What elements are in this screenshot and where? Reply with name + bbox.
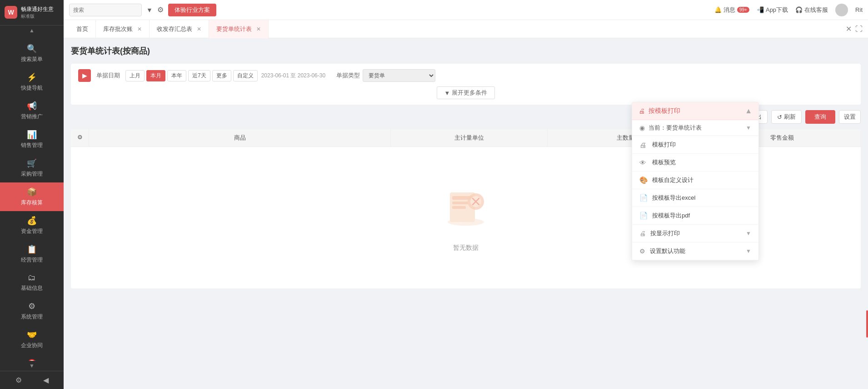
dropdown-item-label: 模板打印	[652, 141, 676, 149]
period-7days[interactable]: 近7天	[188, 70, 210, 81]
expand-icon: ▼	[444, 90, 450, 96]
svg-rect-4	[452, 206, 466, 209]
window-maximize-icon[interactable]: ⛶	[855, 25, 863, 33]
topbar: ▼ ⚙ 体验行业方案 🔔 消息 99+ 📲 App下载 🎧 在线客服 Rit	[64, 0, 868, 20]
th-settings[interactable]: ⚙	[71, 129, 89, 147]
current-template-text: 当前：要货单统计表	[649, 124, 742, 132]
tab-close-icon[interactable]: ✕	[137, 26, 142, 32]
dropdown-item-export-excel[interactable]: 📄 按模板导出excel	[632, 189, 758, 207]
display-print-left: 🖨 按显示打印	[639, 229, 680, 237]
user-avatar[interactable]	[835, 4, 848, 16]
topbar-settings-icon[interactable]: ⚙	[157, 5, 164, 14]
tab-home[interactable]: 首页	[69, 20, 96, 38]
export-excel-icon: 📄	[639, 194, 648, 202]
tab-close-active-icon[interactable]: ✕	[256, 26, 261, 32]
sidebar-scroll-down[interactable]: ▼	[0, 361, 64, 371]
period-this-year[interactable]: 本年	[167, 70, 186, 81]
online-service-button[interactable]: 🎧 在线客服	[795, 6, 828, 14]
sidebar-settings-icon[interactable]: ⚙	[15, 376, 22, 384]
filter-more-row: ▼ 展开更多条件	[78, 86, 853, 99]
sidebar-item-system[interactable]: ⚙ 系统管理	[0, 297, 64, 325]
dropdown-close-icon[interactable]: ▲	[745, 107, 752, 115]
filter-type-select: 单据类型 要货单	[336, 69, 435, 82]
sidebar-nav: 🔍 搜索菜单 ⚡ 快捷导航 📢 营销推广 📊 销售管理 🛒 采购管理 📦 库存核…	[0, 35, 64, 361]
sidebar-collapse-icon[interactable]: ◀	[43, 376, 49, 384]
filter-expand-button[interactable]: ▶	[78, 69, 91, 82]
period-custom[interactable]: 自定义	[233, 70, 258, 81]
refresh-label: 刷新	[784, 113, 796, 121]
sidebar-item-purchase[interactable]: 🛒 采购管理	[0, 154, 64, 182]
sidebar-item-newguide[interactable]: 🎯 新手引导	[0, 354, 64, 361]
dropdown-item-export-pdf[interactable]: 📄 按模板导出pdf	[632, 207, 758, 225]
default-settings-icon: ⚙	[639, 248, 645, 255]
th-product: 商品	[89, 129, 391, 147]
dropdown-default-settings[interactable]: ⚙ 设置默认功能 ▼	[632, 242, 758, 260]
tab-close-icon[interactable]: ✕	[197, 26, 201, 32]
sidebar: W 畅康通好生意 标准版 ▲ 🔍 搜索菜单 ⚡ 快捷导航 📢 营销推广 📊 销售…	[0, 0, 64, 389]
sidebar-item-marketing[interactable]: 📢 营销推广	[0, 96, 64, 125]
refresh-button[interactable]: ↺ 刷新	[771, 110, 802, 124]
tab-receipt-summary[interactable]: 收发存汇总表 ✕	[150, 20, 209, 38]
app-download-button[interactable]: 📲 App下载	[757, 6, 788, 14]
sidebar-item-label: 资金管理	[21, 227, 43, 235]
app-icon: 📲	[757, 6, 764, 13]
sidebar-item-basic[interactable]: 🗂 基础信息	[0, 268, 64, 297]
tab-label: 库存批次账	[103, 25, 133, 33]
empty-illustration	[439, 183, 493, 238]
experience-button[interactable]: 体验行业方案	[168, 4, 216, 16]
dropdown-item-template-design[interactable]: 🎨 模板自定义设计	[632, 172, 758, 189]
topbar-dropdown-icon[interactable]: ▼	[146, 6, 153, 14]
basic-icon: 🗂	[28, 273, 36, 283]
notice-button[interactable]: 🔔 消息 99+	[714, 6, 749, 14]
dropdown-print-icon: 🖨	[639, 107, 645, 115]
tab-home-label: 首页	[76, 25, 88, 33]
tabs-bar: 首页 库存批次账 ✕ 收发存汇总表 ✕ 要货单统计表 ✕ ✕ ⛶	[64, 20, 868, 38]
column-settings-button[interactable]: 设置	[839, 110, 861, 124]
print-dropdown-menu: 🖨 按模板打印 ▲ ◉ 当前：要货单统计表 ▼ 🖨 模板打印 👁 模板预览 🎨	[632, 102, 759, 261]
display-print-label: 按显示打印	[650, 229, 680, 237]
username-label: Rit	[855, 6, 863, 13]
period-this-month[interactable]: 本月	[146, 70, 165, 81]
tabs-right-controls: ✕ ⛶	[846, 25, 863, 33]
sidebar-item-enterprise[interactable]: 🤝 企业协同	[0, 325, 64, 354]
refresh-icon: ↺	[777, 114, 782, 121]
sidebar-item-inventory[interactable]: 📦 库存核算	[0, 182, 64, 211]
tab-label: 收发存汇总表	[157, 25, 192, 33]
scrollbar-track[interactable]	[865, 129, 868, 389]
template-print-icon: 🖨	[639, 141, 648, 149]
search-input[interactable]	[69, 4, 142, 16]
sidebar-item-finance[interactable]: 💰 资金管理	[0, 211, 64, 240]
dropdown-display-print[interactable]: 🖨 按显示打印 ▼	[632, 225, 758, 242]
marketing-icon: 📢	[27, 101, 37, 111]
period-last-month[interactable]: 上月	[125, 70, 145, 81]
shortcut-icon: ⚡	[27, 72, 37, 82]
sidebar-item-shortcut[interactable]: ⚡ 快捷导航	[0, 68, 64, 96]
sidebar-item-sales[interactable]: 📊 销售管理	[0, 125, 64, 154]
empty-text: 暂无数据	[453, 244, 479, 252]
sidebar-scroll-up[interactable]: ▲	[0, 25, 64, 35]
page-content: 要货单统计表(按商品) ▶ 单据日期 上月 本月 本年 近7天 更多 自定义 2…	[64, 38, 868, 389]
system-icon: ⚙	[28, 301, 35, 311]
date-range-display: 2023-06-01 至 2023-06-30	[261, 72, 325, 80]
default-settings-label: 设置默认功能	[650, 247, 685, 255]
tab-order-stats[interactable]: 要货单统计表 ✕	[209, 20, 269, 38]
app-version: 标准版	[21, 13, 54, 20]
template-preview-icon: 👁	[639, 159, 648, 167]
expand-more-button[interactable]: ▼ 展开更多条件	[437, 86, 495, 99]
display-print-icon: 🖨	[639, 230, 646, 237]
sidebar-footer: ⚙ ◀	[0, 371, 64, 389]
dropdown-item-template-preview[interactable]: 👁 模板预览	[632, 154, 758, 172]
dropdown-item-label: 模板自定义设计	[652, 176, 693, 184]
query-button[interactable]: 查询	[805, 110, 835, 124]
service-label: 在线客服	[804, 6, 828, 14]
dropdown-item-template-print[interactable]: 🖨 模板打印	[632, 136, 758, 154]
sidebar-item-label: 企业协同	[21, 342, 43, 349]
scroll-thumb[interactable]	[866, 310, 868, 338]
type-select[interactable]: 要货单	[363, 69, 435, 82]
window-close-icon[interactable]: ✕	[846, 25, 852, 33]
page-title: 要货单统计表(按商品)	[71, 45, 861, 56]
tab-inventory-batch[interactable]: 库存批次账 ✕	[96, 20, 150, 38]
sidebar-item-search[interactable]: 🔍 搜索菜单	[0, 39, 64, 68]
sidebar-item-operation[interactable]: 📋 经营管理	[0, 240, 64, 268]
period-more[interactable]: 更多	[212, 70, 231, 81]
